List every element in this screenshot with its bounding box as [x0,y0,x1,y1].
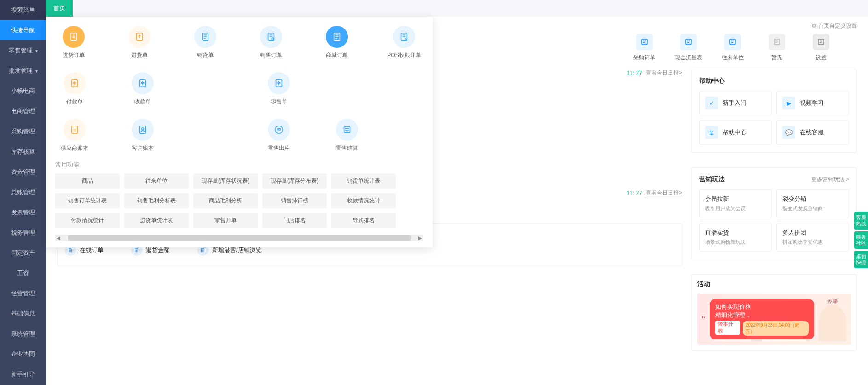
flow-step[interactable]: 零售出库 [264,119,294,152]
flow-step-label: 付款单 [66,98,83,106]
marketing-more-link[interactable]: 更多营销玩法 > [811,176,849,184]
sidebar-item-xiaochang[interactable]: 小畅电商 [0,81,46,101]
flow-step-icon [393,26,415,48]
shortcut-label: 暂无 [771,54,782,62]
side-float-button[interactable]: 服务社区 [854,231,868,249]
marketing-item[interactable]: 裂变分销裂变式发展分销商 [776,189,849,218]
help-icon: 🗎 [705,126,718,139]
marketing-item-title: 会员拉新 [705,195,766,203]
sidebar-item-ecommerce[interactable]: 电商管理 [0,101,46,121]
quick-shortcut[interactable]: 设置 [804,34,839,62]
sidebar-item-inventory[interactable]: 库存核算 [0,142,46,162]
marketing-card: 营销玩法 更多营销玩法 > 会员拉新吸引用户成为会员裂变分销裂变式发展分销商直播… [691,167,857,259]
sidebar-item-funds[interactable]: 资金管理 [0,162,46,182]
flow-step-icon [268,119,290,141]
help-label: 新手入门 [723,99,746,107]
flow-step-label: 供应商账本 [61,144,88,152]
tab-home[interactable]: 首页 [46,0,73,17]
flow-step[interactable]: 销货单 [191,26,219,59]
flow-step[interactable]: 供供应商账本 [60,119,89,152]
common-function-button[interactable]: 往来单位 [124,173,189,189]
help-icon: ▶ [782,97,795,109]
scroll-left-icon[interactable]: ◀ [55,236,62,241]
quick-shortcut[interactable]: 现金流量表 [671,34,706,62]
chevron-down-icon: ▾ [35,48,38,53]
daily-report-link[interactable]: 查看今日日报> [646,69,682,77]
flow-step[interactable]: 零售单 [264,72,294,106]
flow-step[interactable]: POS收银开单 [389,26,419,59]
sidebar-item-purchase[interactable]: 采购管理 [0,121,46,142]
flow-step[interactable]: 收款单 [128,72,157,106]
flow-step-label: 进货单 [131,52,148,59]
flow-step-label: 零售出库 [268,144,290,152]
marketing-item-sub: 拼团购物享受优惠 [782,239,843,246]
shortcut-icon [680,34,697,50]
sidebar-item-invoice[interactable]: 发票管理 [0,202,46,223]
common-function-button[interactable]: 商品 [55,173,120,189]
shortcut-label: 设置 [816,54,827,62]
marketing-item[interactable]: 直播卖货场景式购物新玩法 [699,223,772,252]
flow-step-label: 客户账本 [132,144,154,152]
mega-scrollbar[interactable]: ◀ ▶ [55,235,423,241]
help-item[interactable]: ▶视频学习 [776,91,849,115]
side-float-button[interactable]: 桌面快捷 [854,251,868,268]
common-function-button[interactable]: 进货单统计表 [124,213,189,228]
marketing-item-title: 裂变分销 [782,195,843,203]
sidebar-item-quicknav[interactable]: 快捷导航 [0,20,46,40]
quick-shortcut[interactable]: 暂无 [759,34,794,62]
sidebar-item-operation[interactable]: 经营管理 [0,283,46,304]
activity-banner[interactable]: “ 如何实现价格 精细化管理， 降本升效 2022年9月23日 14:00（周五… [697,294,851,345]
marketing-item[interactable]: 会员拉新吸引用户成为会员 [699,189,772,218]
flow-step[interactable]: 客户账本 [128,119,157,152]
chevron-down-icon: ▾ [35,69,38,74]
flow-step[interactable]: 商城订单 [324,26,351,59]
flow-step-label: 零售结算 [336,144,358,152]
sidebar-item-system[interactable]: 系统管理 [0,324,46,344]
help-item[interactable]: ✓新手入门 [699,91,772,115]
daily-report-link[interactable]: 查看今日日报> [646,189,682,197]
common-function-button[interactable]: 销货单统计表 [331,173,396,189]
help-item[interactable]: 🗎帮助中心 [699,120,772,145]
sidebar: 搜索菜单 快捷导航 零售管理▾ 批发管理▾ 小畅电商 电商管理 采购管理 库存核… [0,0,46,385]
common-function-button[interactable]: 现存量(库存分布表) [262,173,327,189]
quick-shortcut[interactable]: 往来单位 [715,34,750,62]
shortcut-label: 采购订单 [633,54,655,62]
flow-step[interactable]: 进货单 [126,26,153,59]
flow-step[interactable]: 销售订单 [258,26,285,59]
flow-step-label: 销售订单 [260,52,282,59]
flow-step[interactable]: 付款单 [60,72,89,106]
time-badge: 11: 27 [627,190,642,196]
sidebar-search[interactable]: 搜索菜单 [0,0,46,20]
scrollbar-thumb[interactable] [68,235,411,241]
sidebar-item-wholesale[interactable]: 批发管理▾ [0,61,46,81]
shortcut-label: 现金流量表 [675,54,702,62]
sidebar-item-basicinfo[interactable]: 基础信息 [0,304,46,324]
side-float-button[interactable]: 客服热线 [854,212,868,229]
sidebar-item-salary[interactable]: 工资 [0,263,46,283]
common-function-button[interactable]: 付款情况统计 [55,213,120,228]
flow-step[interactable]: 进货订单 [60,26,87,59]
common-function-button[interactable]: 商品毛利分析 [193,193,258,208]
sidebar-item-collab[interactable]: 企业协同 [0,344,46,364]
sidebar-item-assets[interactable]: 固定资产 [0,243,46,263]
marketing-item[interactable]: 多人拼团拼团购物享受优惠 [776,223,849,252]
common-function-button[interactable]: 销售毛利分析表 [124,193,189,208]
scroll-right-icon[interactable]: ▶ [417,236,423,241]
common-function-button[interactable]: 销售订单统计表 [55,193,120,208]
common-function-button[interactable]: 现存量(库存状况表) [193,173,258,189]
common-function-button[interactable]: 门店排名 [262,213,327,228]
sidebar-item-ledger[interactable]: 总账管理 [0,182,46,202]
sidebar-item-retail[interactable]: 零售管理▾ [0,40,46,61]
marketing-item-sub: 场景式购物新玩法 [705,239,766,246]
help-item[interactable]: 💬在线客服 [776,120,849,145]
flow-step[interactable]: 零售结算 [332,119,362,152]
common-function-button[interactable]: 导购排名 [331,213,396,228]
common-function-button[interactable]: 销售排行榜 [262,193,327,208]
svg-point-13 [142,128,144,130]
flow-step-icon [268,72,290,94]
sidebar-item-guide[interactable]: 新手引导 [0,364,46,385]
common-function-button[interactable]: 收款情况统计 [331,193,396,208]
common-function-button[interactable]: 零售开单 [193,213,258,228]
sidebar-item-tax[interactable]: 税务管理 [0,223,46,243]
quick-shortcut[interactable]: 采购订单 [627,34,662,62]
